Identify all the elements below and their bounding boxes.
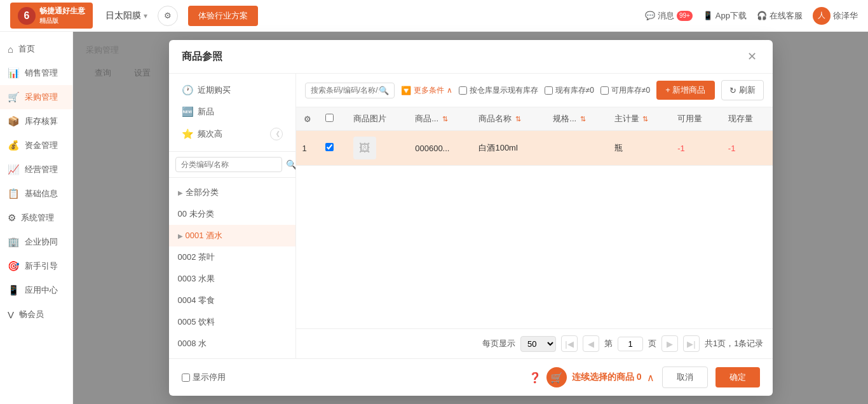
collapse-arrow-icon[interactable]: ∧ bbox=[647, 372, 654, 384]
th-image: 商品图片 bbox=[347, 107, 409, 131]
messages-badge: 99+ bbox=[677, 11, 693, 21]
th-spec[interactable]: 规格... ⇅ bbox=[546, 107, 607, 131]
category-search-input[interactable] bbox=[175, 157, 282, 172]
row-image-cell: 🖼 bbox=[347, 131, 409, 166]
category-item-0005[interactable]: 0005 饮料 bbox=[169, 311, 295, 333]
category-item-0001[interactable]: ▶ 0001 酒水 bbox=[169, 225, 295, 246]
product-table: ⚙ 商品图片 商品... ⇅ 商品名称 ⇅ 规格... ⇅ 主计量 ⇅ 可用量 bbox=[296, 107, 773, 166]
table-settings-col[interactable]: ⚙ bbox=[296, 107, 319, 131]
modal-body: 🕐 近期购买 🆕 新品 ⭐ 频次高 《 bbox=[169, 74, 773, 358]
page-input[interactable] bbox=[618, 337, 643, 351]
row-stock: -1 bbox=[722, 131, 773, 166]
sidebar-item-ops[interactable]: 📈经营管理 bbox=[0, 158, 72, 182]
modal-footer: 显示停用 ❓ 🛒 连续选择的商品 0 ∧ 取消 确定 bbox=[169, 358, 773, 396]
logo-text: 畅捷通好生意 精品版 bbox=[39, 6, 85, 25]
row-checkbox-cell[interactable] bbox=[319, 131, 348, 166]
category-item-0004[interactable]: 0004 零食 bbox=[169, 290, 295, 311]
row-checkbox[interactable] bbox=[325, 143, 334, 151]
row-unit: 瓶 bbox=[608, 131, 671, 166]
product-search-input[interactable] bbox=[311, 86, 379, 95]
store-selector[interactable]: 日太阳膜 ▾ bbox=[105, 10, 147, 22]
category-search-icon[interactable]: 🔍 bbox=[286, 159, 296, 170]
prev-page-btn[interactable]: ◀ bbox=[583, 335, 599, 352]
available-stock-checkbox[interactable]: 现有库存≠0 bbox=[545, 85, 594, 96]
warehouse-stock-check[interactable] bbox=[459, 86, 467, 95]
main-layout: ⌂首页📊销售管理🛒采购管理📦库存核算💰资金管理📈经营管理📋基础信息⚙系统管理🏢企… bbox=[0, 32, 868, 404]
sidebar-item-guide[interactable]: 🎯新手引导 bbox=[0, 254, 72, 278]
refresh-button[interactable]: ↻ 刷新 bbox=[721, 80, 764, 100]
sidebar-item-stock[interactable]: 📦库存核算 bbox=[0, 109, 72, 133]
settings-button[interactable]: ⚙ bbox=[158, 6, 178, 26]
table-row[interactable]: 1 🖼 000600... 白酒100ml 瓶 bbox=[296, 131, 773, 166]
table-checkbox-col[interactable] bbox=[319, 107, 348, 131]
table-header: ⚙ 商品图片 商品... ⇅ 商品名称 ⇅ 规格... ⇅ 主计量 ⇅ 可用量 bbox=[296, 107, 773, 131]
refresh-icon: ↻ bbox=[729, 86, 736, 95]
user-profile[interactable]: 人 徐泽华 bbox=[813, 7, 858, 25]
app-download-item[interactable]: 📱 App下载 bbox=[703, 10, 747, 22]
category-item-00[interactable]: 00 未分类 bbox=[169, 203, 295, 225]
modal-header: 商品参照 ✕ bbox=[169, 40, 773, 74]
new-product-button[interactable]: + 新增商品 bbox=[656, 81, 714, 100]
right-panel: 🔍 🔽 更多条件 ∧ 按仓库显示现有库存 bbox=[296, 74, 773, 358]
row-spec bbox=[546, 131, 607, 166]
last-page-btn[interactable]: ▶| bbox=[683, 335, 700, 352]
total-info: 共1页，1条记录 bbox=[705, 338, 763, 349]
modal-overlay: 商品参照 ✕ 🕐 近期购买 bbox=[73, 32, 868, 404]
sidebar-item-basic[interactable]: 📋基础信息 bbox=[0, 182, 72, 206]
filter-icon: 🔽 bbox=[401, 86, 411, 95]
category-item-0003[interactable]: 0003 水果 bbox=[169, 268, 295, 290]
select-all-checkbox[interactable] bbox=[325, 114, 334, 122]
show-disabled-checkbox[interactable]: 显示停用 bbox=[182, 372, 226, 383]
cancel-button[interactable]: 取消 bbox=[662, 367, 708, 388]
row-index: 1 bbox=[296, 131, 319, 166]
quick-nav: 🕐 近期购买 🆕 新品 ⭐ 频次高 《 bbox=[169, 74, 295, 152]
sidebar-item-appstore[interactable]: 📱应用中心 bbox=[0, 278, 72, 302]
search-icon[interactable]: 🔍 bbox=[379, 86, 389, 95]
collapse-btn[interactable]: 《 bbox=[270, 128, 283, 140]
modal-close-button[interactable]: ✕ bbox=[745, 49, 760, 64]
help-icon[interactable]: ❓ bbox=[529, 372, 541, 384]
th-name[interactable]: 商品名称 ⇅ bbox=[472, 107, 546, 131]
cart-icon[interactable]: 🛒 bbox=[546, 367, 567, 387]
sidebar-item-purchase[interactable]: 🛒采购管理 bbox=[0, 85, 72, 109]
selected-count: 连续选择的商品 0 bbox=[572, 372, 642, 383]
sidebar-item-enterprise[interactable]: 🏢企业协同 bbox=[0, 230, 72, 254]
sidebar-item-member[interactable]: V畅会员 bbox=[0, 302, 72, 327]
category-item-all[interactable]: ▶ 全部分类 bbox=[169, 182, 295, 203]
new-products-btn[interactable]: 🆕 新品 bbox=[175, 102, 289, 122]
purchase-icon: 🛒 bbox=[8, 91, 20, 103]
system-icon: ⚙ bbox=[8, 212, 16, 224]
page-unit: 页 bbox=[648, 338, 656, 349]
warehouse-stock-checkbox[interactable]: 按仓库显示现有库存 bbox=[459, 85, 538, 96]
cta-button[interactable]: 体验行业方案 bbox=[188, 6, 258, 26]
sidebar-item-system[interactable]: ⚙系统管理 bbox=[0, 206, 72, 230]
nav-middle: 日太阳膜 ▾ ⚙ 体验行业方案 bbox=[93, 6, 645, 26]
more-filters-btn[interactable]: 🔽 更多条件 ∧ bbox=[401, 85, 452, 96]
messages-nav-item[interactable]: 💬 消息 99+ bbox=[645, 10, 693, 22]
sidebar-item-sales[interactable]: 📊销售管理 bbox=[0, 61, 72, 85]
avatar: 人 bbox=[813, 7, 831, 25]
first-page-btn[interactable]: |◀ bbox=[561, 335, 578, 352]
usable-stock-check[interactable] bbox=[600, 86, 609, 95]
appstore-icon: 📱 bbox=[8, 285, 20, 296]
product-search-wrap: 🔍 bbox=[305, 83, 395, 98]
available-stock-check[interactable] bbox=[545, 86, 553, 95]
page-size-select[interactable]: 50 10 20 100 bbox=[520, 336, 556, 352]
category-item-0008[interactable]: 0008 水 bbox=[169, 333, 295, 354]
sidebar-item-home[interactable]: ⌂首页 bbox=[0, 37, 72, 61]
usable-stock-checkbox[interactable]: 可用库存≠0 bbox=[600, 85, 650, 96]
next-page-btn[interactable]: ▶ bbox=[661, 335, 678, 352]
category-item-0002[interactable]: 0002 茶叶 bbox=[169, 246, 295, 268]
th-unit[interactable]: 主计量 ⇅ bbox=[608, 107, 671, 131]
th-code[interactable]: 商品... ⇅ bbox=[409, 107, 472, 131]
confirm-button[interactable]: 确定 bbox=[715, 367, 760, 387]
show-disabled-check[interactable] bbox=[182, 374, 190, 382]
nav-right: 💬 消息 99+ 📱 App下载 🎧 在线客服 人 徐泽华 bbox=[645, 7, 858, 25]
frequent-btn[interactable]: ⭐ 频次高 《 bbox=[175, 123, 289, 145]
page-size-label: 每页显示 bbox=[482, 338, 515, 349]
logo-icon: 6 bbox=[18, 7, 36, 25]
recent-purchase-btn[interactable]: 🕐 近期购买 bbox=[175, 80, 289, 100]
logo[interactable]: 6 畅捷通好生意 精品版 bbox=[10, 3, 93, 29]
sidebar-item-finance[interactable]: 💰资金管理 bbox=[0, 133, 72, 158]
online-service-item[interactable]: 🎧 在线客服 bbox=[757, 10, 803, 22]
